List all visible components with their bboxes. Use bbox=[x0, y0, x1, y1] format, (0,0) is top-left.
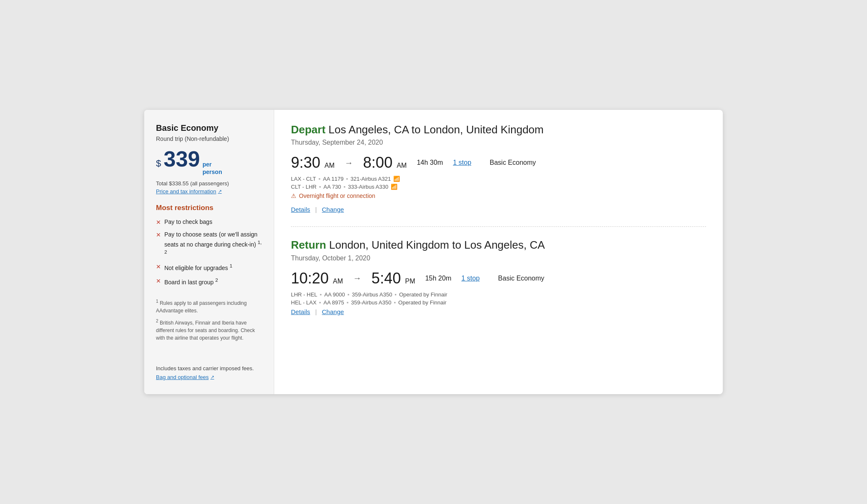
sep3: ▪ bbox=[319, 184, 321, 190]
return-ampm-dep: AM bbox=[333, 278, 343, 285]
depart-word: Depart bbox=[291, 123, 325, 136]
bag-fees-link[interactable]: Bag and optional fees ↗︎ bbox=[156, 374, 214, 380]
depart-ampm-dep: AM bbox=[324, 162, 335, 169]
footnote-2: 2 British Airways, Finnair and Iberia ha… bbox=[156, 318, 262, 342]
return-leg1-aircraft: 359-Airbus A350 bbox=[352, 291, 392, 298]
fare-title: Basic Economy bbox=[156, 123, 262, 133]
return-actions: Details | Change bbox=[291, 308, 706, 315]
depart-stops-link[interactable]: 1 stop bbox=[453, 159, 471, 166]
footnotes: 1 Rules apply to all passengers includin… bbox=[156, 298, 262, 345]
restriction-item-bags: ✕ Pay to check bags bbox=[156, 218, 262, 227]
restriction-seats-text: Pay to choose seats (or we'll assign sea… bbox=[164, 231, 262, 258]
restriction-item-upgrades: ✕ Not eligible for upgrades 1 bbox=[156, 262, 262, 272]
depart-leg1-aircraft: 321-Airbus A321 bbox=[350, 176, 391, 182]
footnote-1: 1 Rules apply to all passengers includin… bbox=[156, 298, 262, 314]
overnight-warning: ⚠ Overnight flight or connection bbox=[291, 192, 706, 199]
restriction-board-text: Board in last group 2 bbox=[164, 277, 218, 286]
depart-change-link[interactable]: Change bbox=[322, 206, 344, 213]
return-stops-link[interactable]: 1 stop bbox=[461, 275, 480, 282]
sep7: ▪ bbox=[395, 291, 397, 298]
depart-ampm-arr: AM bbox=[397, 162, 407, 169]
return-leg1: LHR - HEL ▪ AA 9000 ▪ 359-Airbus A350 ▪ … bbox=[291, 291, 706, 298]
price-row: $ 339 perperson bbox=[156, 148, 262, 176]
dollar-sign: $ bbox=[156, 158, 161, 169]
flight-card: Basic Economy Round trip (Non-refundable… bbox=[144, 110, 723, 394]
depart-cabin: Basic Economy bbox=[490, 159, 536, 166]
depart-legs: LAX - CLT ▪ AA 1179 ▪ 321-Airbus A321 📶 … bbox=[291, 176, 706, 190]
restriction-item-seats: ✕ Pay to choose seats (or we'll assign s… bbox=[156, 231, 262, 258]
right-panel: Depart Los Angeles, CA to London, United… bbox=[274, 110, 723, 394]
depart-leg1-route: LAX - CLT bbox=[291, 176, 316, 182]
return-time-arr: 5:40 PM bbox=[371, 270, 415, 287]
return-times-row: 10:20 AM → 5:40 PM 15h 20m 1 stop Basic … bbox=[291, 270, 706, 287]
sep10: ▪ bbox=[394, 299, 396, 306]
return-section: Return London, United Kingdom to Los Ang… bbox=[291, 239, 706, 315]
return-word: Return bbox=[291, 239, 326, 251]
sep9: ▪ bbox=[347, 299, 349, 306]
x-icon-upgrades: ✕ bbox=[156, 263, 161, 271]
left-panel: Basic Economy Round trip (Non-refundable… bbox=[144, 110, 274, 394]
return-date: Thursday, October 1, 2020 bbox=[291, 255, 706, 262]
return-leg1-route: LHR - HEL bbox=[291, 291, 317, 298]
sep2: ▪ bbox=[346, 176, 348, 182]
depart-leg2-flight: AA 730 bbox=[324, 184, 341, 190]
return-details-link[interactable]: Details bbox=[291, 308, 310, 315]
wifi-icon-2: 📶 bbox=[391, 184, 397, 190]
x-icon-board: ✕ bbox=[156, 277, 161, 286]
return-leg1-operated: Operated by Finnair bbox=[399, 291, 447, 298]
bag-external-icon: ↗︎ bbox=[210, 374, 214, 380]
restrictions-title: Most restrictions bbox=[156, 204, 262, 212]
depart-section: Depart Los Angeles, CA to London, United… bbox=[291, 123, 706, 213]
sep8: ▪ bbox=[319, 299, 321, 306]
wifi-icon-1: 📶 bbox=[393, 176, 400, 182]
depart-leg2-route: CLT - LHR bbox=[291, 184, 317, 190]
x-icon-bags: ✕ bbox=[156, 218, 161, 227]
depart-route: Los Angeles, CA to London, United Kingdo… bbox=[329, 123, 544, 136]
return-leg2-route: HEL - LAX bbox=[291, 299, 317, 306]
depart-leg1-flight: AA 1179 bbox=[323, 176, 343, 182]
sep5: ▪ bbox=[320, 291, 322, 298]
return-leg2: HEL - LAX ▪ AA 8975 ▪ 359-Airbus A350 ▪ … bbox=[291, 299, 706, 306]
depart-duration: 14h 30m bbox=[417, 159, 443, 166]
return-cabin: Basic Economy bbox=[498, 275, 544, 282]
depart-details-link[interactable]: Details bbox=[291, 206, 310, 213]
sep4: ▪ bbox=[343, 184, 345, 190]
restriction-item-board: ✕ Board in last group 2 bbox=[156, 277, 262, 286]
depart-times-row: 9:30 AM → 8:00 AM 14h 30m 1 stop Basic E… bbox=[291, 154, 706, 171]
return-legs: LHR - HEL ▪ AA 9000 ▪ 359-Airbus A350 ▪ … bbox=[291, 291, 706, 306]
sep6: ▪ bbox=[348, 291, 350, 298]
round-trip-label: Round trip (Non-refundable) bbox=[156, 135, 262, 142]
price-tax-link[interactable]: Price and tax information ↗︎ bbox=[156, 188, 262, 195]
return-arrow: → bbox=[353, 273, 361, 283]
restriction-bags-text: Pay to check bags bbox=[164, 218, 212, 226]
external-link-icon: ↗︎ bbox=[218, 189, 222, 194]
return-title: Return London, United Kingdom to Los Ang… bbox=[291, 239, 706, 252]
restriction-upgrades-text: Not eligible for upgrades 1 bbox=[164, 262, 232, 272]
per-person-label: perperson bbox=[202, 161, 222, 176]
return-ampm-arr: PM bbox=[405, 278, 415, 285]
sep1: ▪ bbox=[319, 176, 321, 182]
restriction-list: ✕ Pay to check bags ✕ Pay to choose seat… bbox=[156, 218, 262, 291]
depart-actions: Details | Change bbox=[291, 206, 706, 213]
depart-leg2-aircraft: 333-Airbus A330 bbox=[348, 184, 388, 190]
divider bbox=[291, 226, 706, 227]
return-time-dep: 10:20 AM bbox=[291, 270, 343, 287]
depart-title: Depart Los Angeles, CA to London, United… bbox=[291, 123, 706, 136]
return-leg1-flight: AA 9000 bbox=[324, 291, 345, 298]
depart-date: Thursday, September 24, 2020 bbox=[291, 139, 706, 146]
return-route: London, United Kingdom to Los Angeles, C… bbox=[329, 239, 545, 251]
depart-header: Depart Los Angeles, CA to London, United… bbox=[291, 123, 706, 136]
return-header: Return London, United Kingdom to Los Ang… bbox=[291, 239, 706, 252]
return-change-link[interactable]: Change bbox=[322, 308, 344, 315]
bottom-section: Includes taxes and carrier imposed fees.… bbox=[156, 357, 262, 381]
depart-time-dep: 9:30 AM bbox=[291, 154, 335, 171]
x-icon-seats: ✕ bbox=[156, 231, 161, 239]
warning-triangle-icon: ⚠ bbox=[291, 192, 296, 199]
return-duration: 15h 20m bbox=[425, 275, 451, 282]
depart-time-arr: 8:00 AM bbox=[363, 154, 407, 171]
return-leg2-flight: AA 8975 bbox=[324, 299, 344, 306]
depart-arrow: → bbox=[345, 158, 353, 168]
depart-leg2: CLT - LHR ▪ AA 730 ▪ 333-Airbus A330 📶 bbox=[291, 184, 706, 190]
total-price: Total $338.55 (all passengers) bbox=[156, 180, 262, 187]
overnight-text: Overnight flight or connection bbox=[299, 192, 375, 199]
